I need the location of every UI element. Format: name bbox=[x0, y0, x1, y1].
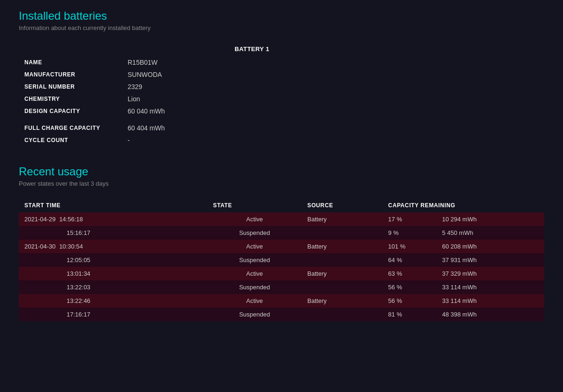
source-cell: Battery bbox=[302, 267, 382, 280]
battery-field-label: FULL CHARGE CAPACITY bbox=[19, 122, 122, 134]
battery-field-row: CHEMISTRY Lion bbox=[19, 93, 544, 105]
col-header-start-time: START TIME bbox=[19, 198, 207, 212]
state-cell: Suspended bbox=[207, 226, 302, 240]
battery-field-row: MANUFACTURER SUNWODA bbox=[19, 68, 544, 81]
battery-field-label: NAME bbox=[19, 56, 122, 68]
start-time-cell: 13:22:03 bbox=[19, 280, 207, 294]
capacity-pct-cell: 56 % bbox=[382, 294, 436, 308]
battery-field-value: 2329 bbox=[122, 81, 544, 93]
usage-table-row: 17:16:17 Suspended 81 % 48 398 mWh bbox=[19, 308, 544, 321]
source-cell bbox=[302, 253, 382, 267]
start-time-cell: 12:05:05 bbox=[19, 253, 207, 267]
time-label: 14:56:18 bbox=[59, 216, 83, 223]
battery-field-row: SERIAL NUMBER 2329 bbox=[19, 81, 544, 93]
col-header-state: STATE bbox=[207, 198, 302, 212]
capacity-mwh-cell: 5 450 mWh bbox=[436, 226, 544, 240]
battery-field-value: - bbox=[122, 134, 544, 146]
installed-batteries-section: Installed batteries Information about ea… bbox=[19, 9, 544, 146]
capacity-pct-cell: 9 % bbox=[382, 226, 436, 240]
state-cell: Active bbox=[207, 212, 302, 226]
battery-field-row: FULL CHARGE CAPACITY 60 404 mWh bbox=[19, 122, 544, 134]
time-label: 13:22:03 bbox=[24, 284, 91, 291]
source-cell: Battery bbox=[302, 212, 382, 226]
capacity-mwh-cell: 10 294 mWh bbox=[436, 212, 544, 226]
capacity-mwh-cell: 48 398 mWh bbox=[436, 308, 544, 321]
state-cell: Active bbox=[207, 267, 302, 280]
battery-field-value: 60 040 mWh bbox=[122, 105, 544, 117]
start-time-cell: 13:22:46 bbox=[19, 294, 207, 308]
state-cell: Suspended bbox=[207, 308, 302, 321]
battery-field-label: MANUFACTURER bbox=[19, 68, 122, 81]
battery-field-value: Lion bbox=[122, 93, 544, 105]
battery-field-row: DESIGN CAPACITY 60 040 mWh bbox=[19, 105, 544, 117]
state-cell: Suspended bbox=[207, 253, 302, 267]
usage-table-row: 13:22:03 Suspended 56 % 33 114 mWh bbox=[19, 280, 544, 294]
start-time-cell: 15:16:17 bbox=[19, 226, 207, 240]
source-cell bbox=[302, 226, 382, 240]
installed-batteries-subtitle: Information about each currently install… bbox=[19, 24, 544, 31]
col-header-capacity: CAPACITY REMAINING bbox=[382, 198, 544, 212]
battery-field-label: CYCLE COUNT bbox=[19, 134, 122, 146]
usage-table-row: 13:01:34 Active Battery 63 % 37 329 mWh bbox=[19, 267, 544, 280]
battery-field-row: NAME R15B01W bbox=[19, 56, 544, 68]
capacity-mwh-cell: 60 208 mWh bbox=[436, 240, 544, 253]
date-label: 2021-04-30 bbox=[24, 243, 56, 250]
capacity-pct-cell: 81 % bbox=[382, 308, 436, 321]
time-label: 17:16:17 bbox=[24, 311, 91, 318]
usage-table-row: 13:22:46 Active Battery 56 % 33 114 mWh bbox=[19, 294, 544, 308]
battery-column-header: BATTERY 1 bbox=[122, 43, 544, 56]
state-cell: Suspended bbox=[207, 280, 302, 294]
battery-field-value: SUNWODA bbox=[122, 68, 544, 81]
recent-usage-section: Recent usage Power states over the last … bbox=[19, 165, 544, 321]
capacity-mwh-cell: 37 931 mWh bbox=[436, 253, 544, 267]
source-cell: Battery bbox=[302, 294, 382, 308]
usage-table-row: 2021-04-29 14:56:18 Active Battery 17 % … bbox=[19, 212, 544, 226]
battery-field-label: CHEMISTRY bbox=[19, 93, 122, 105]
usage-table-row: 12:05:05 Suspended 64 % 37 931 mWh bbox=[19, 253, 544, 267]
capacity-pct-cell: 17 % bbox=[382, 212, 436, 226]
battery-field-row: CYCLE COUNT - bbox=[19, 134, 544, 146]
capacity-pct-cell: 56 % bbox=[382, 280, 436, 294]
capacity-mwh-cell: 33 114 mWh bbox=[436, 294, 544, 308]
source-cell bbox=[302, 280, 382, 294]
col-header-source: SOURCE bbox=[302, 198, 382, 212]
source-cell bbox=[302, 308, 382, 321]
battery-info-table: LABEL BATTERY 1 NAME R15B01W MANUFACTURE… bbox=[19, 43, 544, 146]
battery-field-value: 60 404 mWh bbox=[122, 122, 544, 134]
capacity-mwh-cell: 33 114 mWh bbox=[436, 280, 544, 294]
time-label: 13:01:34 bbox=[24, 270, 91, 277]
recent-usage-title: Recent usage bbox=[19, 165, 544, 178]
start-time-cell: 2021-04-30 10:30:54 bbox=[19, 240, 207, 253]
state-cell: Active bbox=[207, 294, 302, 308]
source-cell: Battery bbox=[302, 240, 382, 253]
installed-batteries-title: Installed batteries bbox=[19, 9, 544, 23]
battery-field-label: SERIAL NUMBER bbox=[19, 81, 122, 93]
state-cell: Active bbox=[207, 240, 302, 253]
battery-field-label: DESIGN CAPACITY bbox=[19, 105, 122, 117]
time-label: 15:16:17 bbox=[24, 229, 91, 236]
time-label: 13:22:46 bbox=[24, 297, 91, 304]
date-label: 2021-04-29 bbox=[24, 216, 56, 223]
start-time-cell: 17:16:17 bbox=[19, 308, 207, 321]
usage-table-row: 15:16:17 Suspended 9 % 5 450 mWh bbox=[19, 226, 544, 240]
usage-table: START TIME STATE SOURCE CAPACITY REMAINI… bbox=[19, 198, 544, 321]
battery-field-value: R15B01W bbox=[122, 56, 544, 68]
recent-usage-subtitle: Power states over the last 3 days bbox=[19, 180, 544, 187]
time-label: 10:30:54 bbox=[59, 243, 83, 250]
capacity-pct-cell: 101 % bbox=[382, 240, 436, 253]
start-time-cell: 13:01:34 bbox=[19, 267, 207, 280]
capacity-pct-cell: 63 % bbox=[382, 267, 436, 280]
capacity-mwh-cell: 37 329 mWh bbox=[436, 267, 544, 280]
start-time-cell: 2021-04-29 14:56:18 bbox=[19, 212, 207, 226]
capacity-pct-cell: 64 % bbox=[382, 253, 436, 267]
time-label: 12:05:05 bbox=[24, 256, 91, 264]
usage-table-row: 2021-04-30 10:30:54 Active Battery 101 %… bbox=[19, 240, 544, 253]
